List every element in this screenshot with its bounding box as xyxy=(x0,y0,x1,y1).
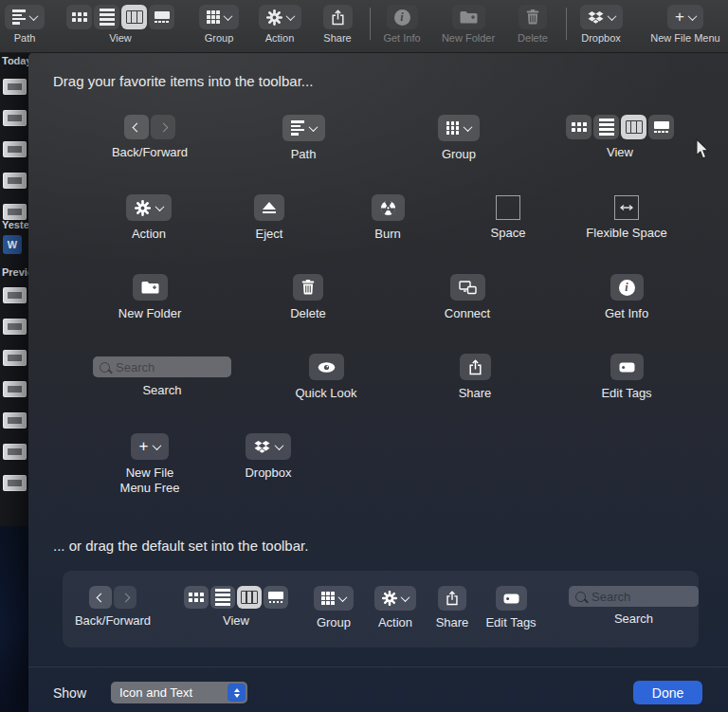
palette-item-delete[interactable]: Delete xyxy=(251,274,365,321)
palette-item-space[interactable]: Space xyxy=(451,195,565,241)
file-row[interactable]: S xyxy=(3,287,28,303)
chevron-down-icon xyxy=(285,11,295,21)
new-file-menu-free-button[interactable]: + xyxy=(131,433,170,460)
view-icons-button[interactable] xyxy=(66,5,92,29)
file-row[interactable]: S xyxy=(3,319,28,335)
palette-item-view[interactable]: View xyxy=(563,115,677,160)
back-button[interactable] xyxy=(124,115,149,139)
file-row[interactable]: S xyxy=(3,412,28,429)
forward-button[interactable] xyxy=(114,586,136,609)
file-row[interactable]: S xyxy=(3,444,28,460)
view-list-button[interactable] xyxy=(94,5,119,29)
palette-item-edit-tags[interactable]: Edit Tags xyxy=(570,354,683,401)
palette-item-share[interactable]: Share xyxy=(418,354,532,401)
group-button[interactable] xyxy=(438,115,481,141)
default-item-back-forward[interactable]: Back/Forward xyxy=(65,586,160,628)
palette-item-burn[interactable]: Burn xyxy=(331,194,445,242)
palette-item-search[interactable]: Search xyxy=(93,356,231,398)
file-row[interactable]: S xyxy=(3,141,28,157)
search-field[interactable] xyxy=(569,586,699,607)
palette-item-new-file-menu-free[interactable]: + New File Menu Free xyxy=(93,433,207,496)
file-row[interactable]: S xyxy=(3,381,28,397)
info-icon xyxy=(619,280,635,296)
edit-tags-button[interactable] xyxy=(610,354,644,380)
toolbar-action[interactable]: Action xyxy=(253,5,306,44)
palette-item-new-folder[interactable]: New Folder xyxy=(93,274,207,321)
path-button[interactable] xyxy=(282,115,325,141)
get-info-button[interactable] xyxy=(610,274,644,301)
palette-item-dropbox[interactable]: Dropbox xyxy=(211,433,325,481)
view-gallery-button[interactable] xyxy=(149,5,174,29)
get-info-button[interactable] xyxy=(387,5,418,29)
toolbar-share[interactable]: Share xyxy=(318,5,357,44)
palette-item-connect[interactable]: Connect xyxy=(410,274,524,321)
search-field[interactable] xyxy=(93,356,231,377)
toolbar-path[interactable]: Path xyxy=(4,5,46,44)
dropbox-button[interactable] xyxy=(246,433,291,460)
edit-tags-button[interactable] xyxy=(496,586,527,611)
palette-item-eject[interactable]: Eject xyxy=(212,194,326,242)
new-folder-button[interactable] xyxy=(133,274,168,301)
display-mode-popup[interactable]: Icon and Text xyxy=(111,682,247,703)
new-file-menu-button[interactable]: + xyxy=(667,5,703,29)
palette-label: Flexible Space xyxy=(586,226,666,241)
default-toolbar-set[interactable]: Back/Forward View Group xyxy=(63,571,699,648)
share-button[interactable] xyxy=(438,586,466,611)
view-icons-button[interactable] xyxy=(566,115,592,139)
share-button[interactable] xyxy=(323,5,353,29)
file-row[interactable]: S xyxy=(3,173,28,189)
view-columns-button[interactable] xyxy=(121,5,147,29)
view-list-button[interactable] xyxy=(593,115,619,139)
forward-button[interactable] xyxy=(151,115,175,139)
palette-item-get-info[interactable]: Get Info xyxy=(570,274,683,321)
view-list-button[interactable] xyxy=(210,586,235,609)
toolbar-dropbox[interactable]: Dropbox xyxy=(574,5,628,44)
action-button[interactable] xyxy=(126,194,172,221)
file-row[interactable]: S xyxy=(3,204,28,220)
palette-label: Burn xyxy=(374,227,400,242)
view-icons-button[interactable] xyxy=(184,586,209,609)
toolbar-group[interactable]: Group xyxy=(192,5,246,44)
plus-icon: + xyxy=(675,9,684,25)
search-input[interactable] xyxy=(93,356,231,377)
search-input[interactable] xyxy=(569,586,699,607)
connect-button[interactable] xyxy=(450,274,485,301)
file-row[interactable]: S xyxy=(3,79,28,95)
new-folder-button[interactable] xyxy=(452,5,485,29)
eject-button[interactable] xyxy=(254,194,284,221)
palette-label: Get Info xyxy=(605,306,648,321)
view-columns-button[interactable] xyxy=(237,586,262,609)
palette-item-group[interactable]: Group xyxy=(402,115,516,162)
back-button[interactable] xyxy=(89,586,112,609)
default-item-view[interactable]: View xyxy=(184,586,288,628)
palette-item-quick-look[interactable]: Quick Look xyxy=(269,354,383,401)
default-item-edit-tags[interactable]: Edit Tags xyxy=(464,586,558,630)
view-gallery-button[interactable] xyxy=(264,586,288,609)
toolbar-delete[interactable]: Delete xyxy=(511,5,555,44)
palette-label: Delete xyxy=(290,306,326,321)
view-columns-button[interactable] xyxy=(621,115,646,139)
dropbox-button[interactable] xyxy=(580,5,623,29)
done-button[interactable]: Done xyxy=(633,681,702,704)
action-button[interactable] xyxy=(259,5,301,29)
palette-item-action[interactable]: Action xyxy=(92,194,206,242)
file-row[interactable]: W xyxy=(3,235,28,254)
palette-item-flexible-space[interactable]: Flexible Space xyxy=(570,195,683,241)
file-row[interactable]: S xyxy=(3,350,28,366)
quick-look-button[interactable] xyxy=(309,354,344,380)
group-button[interactable] xyxy=(199,5,239,29)
burn-button[interactable] xyxy=(372,194,405,221)
path-button[interactable] xyxy=(5,5,45,29)
palette-item-path[interactable]: Path xyxy=(246,115,360,162)
toolbar-get-info[interactable]: Get Info xyxy=(379,5,425,44)
palette-item-back-forward[interactable]: Back/Forward xyxy=(93,115,207,160)
default-item-search[interactable]: Search xyxy=(569,586,699,626)
file-row[interactable]: S xyxy=(3,475,28,491)
delete-button[interactable] xyxy=(519,5,547,29)
file-row[interactable]: S xyxy=(3,110,28,126)
delete-button[interactable] xyxy=(293,274,323,301)
view-gallery-button[interactable] xyxy=(648,115,674,139)
share-button[interactable] xyxy=(460,354,491,380)
toolbar-new-folder[interactable]: New Folder xyxy=(435,5,501,44)
toolbar-new-file-menu[interactable]: + New File Menu xyxy=(643,5,728,44)
